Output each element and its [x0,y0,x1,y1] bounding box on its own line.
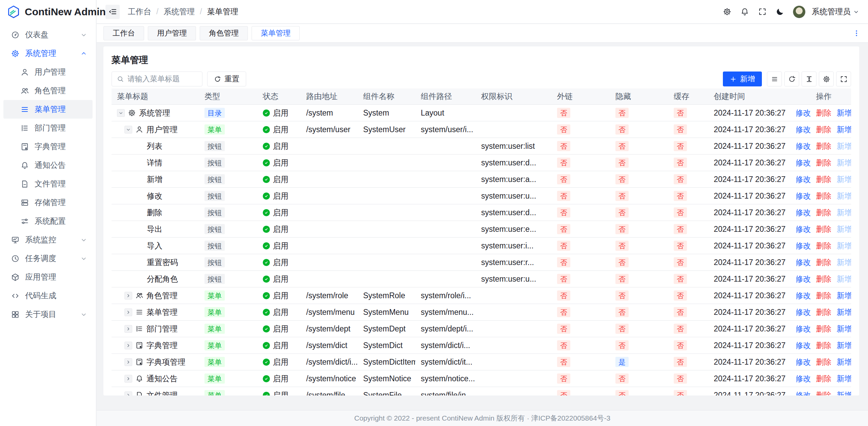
delete-link[interactable]: 删除 [816,191,832,201]
cache-cell: 否 [668,373,708,384]
sidebar-item-dept[interactable]: 部门管理 [3,119,93,137]
status-enabled-icon [263,276,270,283]
delete-link[interactable]: 删除 [816,174,832,185]
delete-link[interactable]: 删除 [816,390,832,396]
add-child-link[interactable]: 新增 [837,108,851,118]
edit-link[interactable]: 修改 [796,174,811,185]
sidebar-item-user[interactable]: 用户管理 [3,63,93,81]
gear-tool-button[interactable] [819,72,834,86]
edit-link[interactable]: 修改 [796,324,811,334]
sidebar-item-users[interactable]: 角色管理 [3,81,93,100]
edit-link[interactable]: 修改 [796,290,811,301]
edit-link[interactable]: 修改 [796,191,811,201]
expand-row-button[interactable] [124,292,132,300]
tab-more-button[interactable] [850,26,863,40]
edit-link[interactable]: 修改 [796,390,811,396]
edit-link[interactable]: 修改 [796,340,811,351]
delete-link[interactable]: 删除 [816,207,832,218]
delete-link[interactable]: 删除 [816,158,832,168]
line-height-tool-button[interactable] [802,72,816,86]
type-badge: 按钮 [204,274,225,284]
delete-link[interactable]: 删除 [816,257,832,268]
sidebar-item-file[interactable]: 文件管理 [3,175,93,193]
expand-row-button[interactable] [124,308,132,316]
user-menu[interactable]: 系统管理员 [812,6,859,17]
notifications-button[interactable] [737,4,752,19]
collapse-row-button[interactable] [117,109,125,117]
expand-tool-button[interactable] [836,72,851,86]
breadcrumb-item[interactable]: 系统管理 [163,6,195,17]
tab-菜单管理[interactable]: 菜单管理 [252,26,300,40]
sidebar-item-storage[interactable]: 存储管理 [3,193,93,212]
add-child-link[interactable]: 新增 [837,290,851,301]
breadcrumb-item[interactable]: 工作台 [128,6,151,17]
expand-row-button[interactable] [124,375,132,383]
status-enabled-icon [263,109,270,117]
add-child-link[interactable]: 新增 [837,124,851,135]
edit-link[interactable]: 修改 [796,207,811,218]
breadcrumb-item[interactable]: 菜单管理 [207,6,238,17]
tab-角色管理[interactable]: 角色管理 [200,26,248,40]
list-tool-button[interactable] [767,72,782,86]
tab-工作台[interactable]: 工作台 [103,26,144,40]
expand-row-button[interactable] [124,342,132,349]
sidebar-item-monitor[interactable]: 系统监控 [3,230,93,249]
edit-link[interactable]: 修改 [796,274,811,284]
delete-link[interactable]: 删除 [816,274,832,284]
edit-link[interactable]: 修改 [796,357,811,367]
sidebar-item-dict[interactable]: 字典管理 [3,137,93,156]
sidebar-item-app[interactable]: 应用管理 [3,268,93,286]
add-child-link[interactable]: 新增 [837,357,851,367]
delete-link[interactable]: 删除 [816,307,832,318]
sidebar-item-config[interactable]: 系统配置 [3,212,93,230]
avatar[interactable] [793,5,806,18]
add-child-link[interactable]: 新增 [837,390,851,396]
sidebar-item-bell[interactable]: 通知公告 [3,156,93,175]
search-input[interactable] [127,75,197,83]
add-child-link[interactable]: 新增 [837,307,851,318]
edit-link[interactable]: 修改 [796,373,811,384]
sidebar-item-menu[interactable]: 菜单管理 [3,100,93,119]
settings-button[interactable] [719,4,734,19]
delete-link[interactable]: 删除 [816,241,832,251]
refresh-tool-button[interactable] [784,72,799,86]
delete-link[interactable]: 删除 [816,124,832,135]
delete-link[interactable]: 删除 [816,324,832,334]
delete-link[interactable]: 删除 [816,357,832,367]
delete-link[interactable]: 删除 [816,224,832,235]
fullscreen-button[interactable] [755,4,770,19]
add-child-link[interactable]: 新增 [837,340,851,351]
type-cell: 菜单 [199,340,257,350]
edit-link[interactable]: 修改 [796,224,811,235]
collapse-row-button[interactable] [124,126,132,134]
edit-link[interactable]: 修改 [796,141,811,151]
sidebar-collapse-button[interactable] [105,5,120,19]
edit-link[interactable]: 修改 [796,241,811,251]
delete-link[interactable]: 删除 [816,290,832,301]
expand-row-button[interactable] [124,325,132,333]
sidebar-item-code[interactable]: 代码生成 [3,286,93,305]
reset-button[interactable]: 重置 [207,72,246,86]
delete-link[interactable]: 删除 [816,141,832,151]
delete-link[interactable]: 删除 [816,108,832,118]
edit-link[interactable]: 修改 [796,124,811,135]
add-child-link[interactable]: 新增 [837,373,851,384]
edit-link[interactable]: 修改 [796,257,811,268]
sidebar-item-grid[interactable]: 关于项目 [3,305,93,324]
add-button[interactable]: 新增 [723,72,762,86]
created-time-cell: 2024-11-17 20:36:27 [708,324,796,333]
edit-link[interactable]: 修改 [796,307,811,318]
sidebar-item-gear[interactable]: 系统管理 [3,44,93,63]
sidebar-item-clock[interactable]: 任务调度 [3,249,93,268]
add-child-link[interactable]: 新增 [837,324,851,334]
sidebar-item-dashboard[interactable]: 仪表盘 [3,25,93,44]
delete-link[interactable]: 删除 [816,340,832,351]
dark-mode-button[interactable] [772,4,787,19]
edit-link[interactable]: 修改 [796,158,811,168]
tab-用户管理[interactable]: 用户管理 [148,26,196,40]
expand-row-button[interactable] [124,358,132,366]
edit-link[interactable]: 修改 [796,108,811,118]
component-path-cell: system/dict/i... [415,341,476,350]
delete-link[interactable]: 删除 [816,373,832,384]
expand-row-button[interactable] [124,391,132,396]
